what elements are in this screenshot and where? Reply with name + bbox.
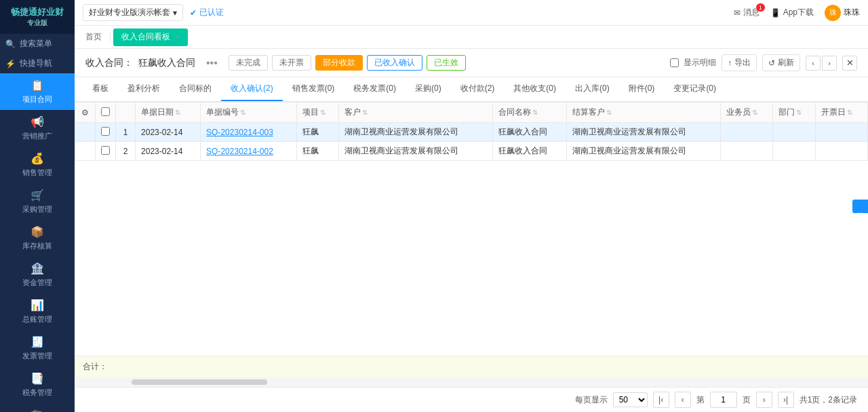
last-page-button[interactable]: ›| xyxy=(778,392,794,408)
total-info: 共1页，2条记录 xyxy=(800,394,857,406)
row-open-date xyxy=(815,142,867,161)
row-doc-number[interactable]: SQ-20230214-003 xyxy=(201,123,297,142)
sidebar-item-quicknav[interactable]: ⚡ 快捷导航 xyxy=(0,54,75,73)
row-checkbox[interactable] xyxy=(96,123,116,142)
sidebar-item-inventory[interactable]: 📦 库存核算 xyxy=(0,220,75,257)
prev-button[interactable]: ‹ xyxy=(806,56,821,71)
tab-home[interactable]: 首页 xyxy=(80,26,107,49)
tab-payment[interactable]: 收付款(2) xyxy=(451,77,505,101)
content-area: 收入合同： 狂飙收入合同 ••• 未完成 未开票 部分收款 已收入确认 已生效 … xyxy=(75,49,868,412)
show-detail-checkbox[interactable] xyxy=(670,58,679,67)
row-customer: 湖南卫视商业运营发展有限公司 xyxy=(339,123,493,142)
row-settings xyxy=(75,123,96,142)
tab-changes[interactable]: 变更记录(0) xyxy=(664,77,726,101)
header-right-actions: 显示明细 ↑ 导出 ↺ 刷新 ‹ › ✕ xyxy=(670,54,857,71)
topbar: 好业财专业版演示帐套 ▾ ✔ 已认证 ✉ 1 消息 📱 App下载 珠 珠珠 xyxy=(75,0,868,26)
page-input[interactable] xyxy=(710,392,737,408)
more-button[interactable]: ••• xyxy=(201,57,223,69)
status-uninvoiced[interactable]: 未开票 xyxy=(272,55,311,71)
settings-column-header[interactable]: ⚙ xyxy=(75,102,96,123)
table-row: 1 2023-02-14 SQ-20230214-003 狂飙 湖南卫视商业运营… xyxy=(75,123,868,142)
avatar: 珠 xyxy=(825,5,841,21)
row-contract: 狂飙收入合同 xyxy=(493,142,567,161)
row-doc-number[interactable]: SQ-20230214-002 xyxy=(201,142,297,161)
sidebar-item-sales[interactable]: 💰 销售管理 xyxy=(0,147,75,183)
sort-icon: ⇅ xyxy=(796,109,802,116)
opendate-column-header[interactable]: 开票日⇅ xyxy=(815,102,867,123)
tab-other[interactable]: 其他收支(0) xyxy=(504,77,566,101)
row-select-checkbox[interactable] xyxy=(101,146,110,155)
horizontal-scrollbar[interactable] xyxy=(75,377,868,387)
company-name: 好业财专业版演示帐套 xyxy=(89,7,170,18)
user-menu[interactable]: 珠 珠珠 xyxy=(825,5,860,21)
next-page-button[interactable]: › xyxy=(756,392,772,408)
scroll-thumb[interactable] xyxy=(132,379,267,385)
per-page-select[interactable]: 50 20 100 xyxy=(613,392,648,407)
sidebar-item-search[interactable]: 🔍 搜索菜单 xyxy=(0,34,75,54)
status-partial[interactable]: 部分收款 xyxy=(315,55,363,71)
checkbox-column-header[interactable] xyxy=(96,102,116,123)
tab-revenue-confirm[interactable]: 收入确认(2) xyxy=(221,77,283,101)
number-column-header[interactable]: 单据编号⇅ xyxy=(201,102,297,123)
sidebar-item-fixed-assets[interactable]: 🏗️ 固定资产 xyxy=(0,403,75,412)
data-table: ⚙ 单据日期⇅ 单据编号⇅ 项目⇅ 客户⇅ xyxy=(75,102,868,161)
app-download-button[interactable]: 📱 App下载 xyxy=(770,7,814,18)
tab-warehouse[interactable]: 出入库(0) xyxy=(566,77,619,101)
sidebar: 畅捷通好业财 专业版 🔍 搜索菜单 ⚡ 快捷导航 📋 项目合同 📢 营销推广 💰… xyxy=(0,0,75,412)
show-detail-toggle[interactable]: 显示明细 xyxy=(670,57,716,69)
tab-profit[interactable]: 盈利分析 xyxy=(118,77,170,101)
nav-arrows: ‹ › xyxy=(806,56,837,71)
tab-contract-board[interactable]: 收入合同看板 × xyxy=(113,29,188,46)
sidebar-item-funds[interactable]: 🏦 资金管理 xyxy=(0,257,75,293)
tab-purchase[interactable]: 采购(0) xyxy=(406,77,451,101)
tab-close-button[interactable]: × xyxy=(176,33,180,41)
row-project: 狂飙 xyxy=(296,123,339,142)
sidebar-item-project-contract[interactable]: 📋 项目合同 xyxy=(0,73,75,110)
tab-sales-invoice[interactable]: 销售发票(0) xyxy=(283,77,344,101)
rownum-column-header xyxy=(116,102,136,123)
tab-tax-invoice[interactable]: 税务发票(0) xyxy=(344,77,406,101)
side-note-button[interactable]: 便签 xyxy=(852,200,868,213)
select-all-checkbox[interactable] xyxy=(101,107,110,116)
customer-column-header[interactable]: 客户⇅ xyxy=(339,102,493,123)
department-column-header[interactable]: 部门⇅ xyxy=(773,102,816,123)
row-checkbox[interactable] xyxy=(96,142,116,161)
topbar-right: ✉ 1 消息 📱 App下载 珠 珠珠 xyxy=(734,5,860,21)
row-department xyxy=(773,123,816,142)
tab-kanban[interactable]: 看板 xyxy=(83,77,118,101)
sidebar-item-marketing[interactable]: 📢 营销推广 xyxy=(0,110,75,147)
sort-icon: ⇅ xyxy=(175,109,180,116)
main-area: 好业财专业版演示帐套 ▾ ✔ 已认证 ✉ 1 消息 📱 App下载 珠 珠珠 xyxy=(75,0,868,412)
export-button[interactable]: ↑ 导出 xyxy=(722,54,757,71)
first-page-button[interactable]: |‹ xyxy=(653,392,669,408)
status-incomplete[interactable]: 未完成 xyxy=(229,55,268,71)
project-column-header[interactable]: 项目⇅ xyxy=(296,102,339,123)
fixed-assets-icon: 🏗️ xyxy=(31,409,44,412)
refresh-button[interactable]: ↺ 刷新 xyxy=(762,54,800,71)
row-end-customer: 湖南卫视商业运营发展有限公司 xyxy=(567,142,721,161)
sidebar-item-general[interactable]: 📊 总账管理 xyxy=(0,293,75,330)
company-selector[interactable]: 好业财专业版演示帐套 ▾ xyxy=(83,4,183,21)
funds-icon: 🏦 xyxy=(31,262,44,275)
contract-header: 收入合同： 狂飙收入合同 ••• 未完成 未开票 部分收款 已收入确认 已生效 … xyxy=(75,49,868,77)
row-salesman xyxy=(721,142,773,161)
tab-attachment[interactable]: 附件(0) xyxy=(619,77,665,101)
message-button[interactable]: ✉ 1 消息 xyxy=(734,7,760,18)
prev-page-button[interactable]: ‹ xyxy=(675,392,691,408)
search-icon: 🔍 xyxy=(5,39,16,49)
salesman-column-header[interactable]: 业务员⇅ xyxy=(721,102,773,123)
sidebar-item-purchase[interactable]: 🛒 采购管理 xyxy=(0,183,75,220)
end-customer-column-header[interactable]: 结算客户⇅ xyxy=(567,102,721,123)
close-panel-button[interactable]: ✕ xyxy=(842,56,857,71)
sidebar-item-invoice[interactable]: 🧾 发票管理 xyxy=(0,330,75,367)
status-confirmed[interactable]: 已收入确认 xyxy=(367,55,422,71)
status-active[interactable]: 已生效 xyxy=(427,55,466,71)
date-column-header[interactable]: 单据日期⇅ xyxy=(136,102,201,123)
row-select-checkbox[interactable] xyxy=(101,127,110,136)
next-button[interactable]: › xyxy=(822,56,837,71)
sort-icon: ⇅ xyxy=(532,109,538,116)
sidebar-item-tax[interactable]: 📑 税务管理 xyxy=(0,367,75,403)
tab-subject[interactable]: 合同标的 xyxy=(170,77,221,101)
contract-column-header[interactable]: 合同名称⇅ xyxy=(493,102,567,123)
sort-icon: ⇅ xyxy=(847,109,852,116)
